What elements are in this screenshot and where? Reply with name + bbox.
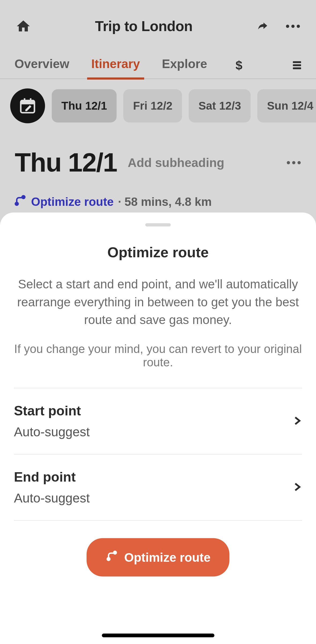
svg-point-16 bbox=[114, 551, 116, 554]
optimize-route-sheet: Optimize route Select a start and end po… bbox=[0, 213, 316, 644]
home-indicator[interactable] bbox=[102, 634, 214, 637]
optimize-route-button[interactable]: Optimize route bbox=[87, 538, 229, 576]
optimize-button-label: Optimize route bbox=[124, 550, 210, 565]
chevron-right-icon bbox=[292, 479, 302, 496]
sheet-title: Optimize route bbox=[14, 244, 302, 260]
sheet-description: Select a start and end point, and we'll … bbox=[14, 275, 302, 329]
start-point-label: Start point bbox=[14, 403, 90, 419]
chevron-right-icon bbox=[292, 413, 302, 430]
sheet-grabber[interactable] bbox=[145, 223, 171, 226]
start-point-value: Auto-suggest bbox=[14, 425, 90, 439]
route-icon bbox=[105, 549, 118, 565]
end-point-value: Auto-suggest bbox=[14, 491, 90, 505]
sheet-note: If you change your mind, you can revert … bbox=[14, 342, 302, 369]
svg-point-15 bbox=[107, 558, 110, 560]
start-point-row[interactable]: Start point Auto-suggest bbox=[14, 403, 302, 439]
end-point-label: End point bbox=[14, 469, 90, 485]
end-point-row[interactable]: End point Auto-suggest bbox=[14, 469, 302, 505]
